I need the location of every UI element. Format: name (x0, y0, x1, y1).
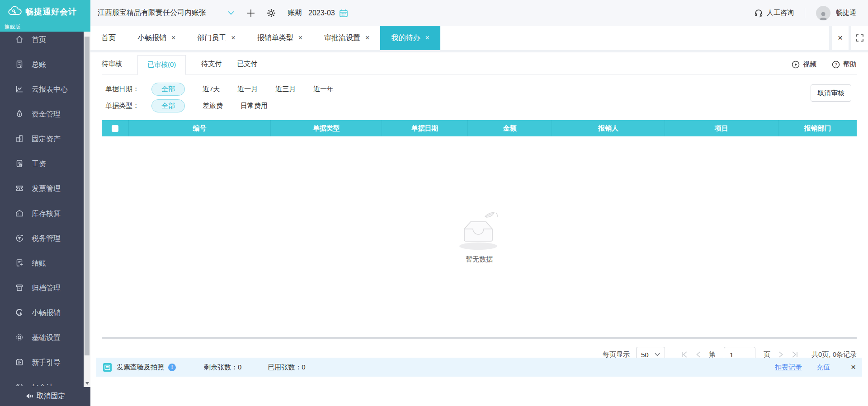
company-selector[interactable]: 江西服宝精品有限责任公司内账张 (98, 8, 234, 18)
filter-date-1m[interactable]: 近一月 (237, 85, 258, 93)
filter-date-7d[interactable]: 近7天 (203, 85, 220, 93)
add-account-icon[interactable] (247, 9, 255, 17)
calendar-icon[interactable] (339, 9, 348, 18)
tab-expense-types[interactable]: 报销单类型 × (246, 26, 313, 50)
sidebar-item-cloud-reports[interactable]: 云报表中心 (0, 77, 90, 102)
sidebar-item-label: 总账 (32, 60, 46, 70)
period-value: 2023-03 (308, 9, 335, 17)
sidebar-item-salary[interactable]: 工资 (0, 152, 90, 177)
column-header-number[interactable]: 编号 (129, 120, 271, 136)
tab-reimburse[interactable]: 小畅报销 × (127, 26, 186, 50)
sidebar-item-label: 发票管理 (32, 184, 61, 194)
cancel-audit-button[interactable]: 取消审核 (811, 84, 851, 102)
filter-date-label: 单据日期： (105, 85, 146, 93)
scrollbar-thumb[interactable] (85, 37, 90, 355)
sidebar-item-guide[interactable]: 新手引导 (0, 350, 90, 375)
column-header-department[interactable]: 报销部门 (778, 120, 857, 136)
recharge-link[interactable]: 充值 (816, 363, 830, 372)
tabbar: 首页 小畅报销 × 部门员工 × 报销单类型 × 审批流设置 × 我的待办 × … (90, 26, 868, 52)
close-all-tabs-button[interactable]: × (832, 26, 849, 50)
sidebar-item-label: 库存核算 (32, 209, 61, 219)
gear-icon[interactable] (267, 9, 276, 18)
sidebar-scrollbar[interactable] (84, 26, 90, 387)
scroll-down-button[interactable] (84, 379, 90, 387)
archive-icon (15, 283, 24, 294)
column-header-amount[interactable]: 金额 (468, 120, 552, 136)
sidebar-item-fixed-assets[interactable]: 固定资产 (0, 127, 90, 152)
remaining-count: 剩余张数：0 (204, 363, 241, 372)
tab-approval-flow[interactable]: 审批流设置 × (313, 26, 380, 50)
sidebar: 首页 总账 云报表中心 资金管理 固定资产 工资 发票管理 库存核算 (0, 26, 90, 406)
table-header: 编号 单据类型 单据日期 金额 报销人 项目 报销部门 (102, 120, 857, 136)
info-icon[interactable]: ! (168, 364, 176, 371)
sidebar-item-inventory[interactable]: 库存核算 (0, 201, 90, 226)
sidebar-item-label: 云报表中心 (32, 85, 68, 94)
subtab-audited[interactable]: 已审核(0) (137, 55, 186, 75)
unpin-sidebar-button[interactable]: 取消固定 (0, 386, 90, 406)
sidebar-item-archive[interactable]: 归档管理 (0, 276, 90, 301)
tax-icon (15, 233, 24, 244)
tab-my-todo[interactable]: 我的待办 × (380, 26, 440, 50)
brand-logo: 畅捷通好会计 旗舰版 (0, 0, 90, 32)
sidebar-item-label: 固定资产 (32, 135, 61, 144)
close-icon[interactable]: × (231, 34, 235, 42)
todo-panel: 待审核 已审核(0) 待支付 已支付 视频 ? 帮助 (90, 52, 868, 404)
topbar: 江西服宝精品有限责任公司内账张 账期 2023-03 (90, 0, 868, 26)
reimburse-icon (15, 308, 24, 319)
filter-type-travel[interactable]: 差旅费 (203, 102, 223, 110)
help-button[interactable]: ? 帮助 (832, 60, 857, 69)
sidebar-item-closing[interactable]: 结账 (0, 251, 90, 276)
period-label: 账期 (288, 8, 302, 18)
close-icon[interactable]: × (425, 34, 429, 42)
subtab-pending-payment[interactable]: 待支付 (201, 60, 222, 75)
tab-label: 我的待办 (391, 33, 420, 43)
filter-type-label: 单据类型： (105, 102, 146, 110)
sidebar-item-tax[interactable]: 税务管理 (0, 226, 90, 251)
tab-label: 部门员工 (197, 33, 226, 43)
sidebar-item-reimburse[interactable]: 小畅报销 (0, 301, 90, 326)
close-icon[interactable]: × (851, 362, 856, 372)
sidebar-item-label: 基础设置 (32, 333, 61, 343)
first-page-icon[interactable] (681, 351, 688, 358)
video-label: 视频 (803, 60, 816, 69)
video-button[interactable]: 视频 (792, 60, 816, 69)
filter-date-1y[interactable]: 近一年 (313, 85, 334, 93)
column-header-doc-type[interactable]: 单据类型 (271, 120, 382, 136)
prev-page-icon[interactable] (696, 351, 701, 358)
sidebar-item-label: 资金管理 (32, 110, 61, 119)
tab-home[interactable]: 首页 (90, 26, 127, 50)
support-button[interactable]: 人工咨询 (754, 9, 794, 18)
fee-records-link[interactable]: 扣费记录 (775, 363, 802, 372)
chevron-down-icon (655, 353, 660, 356)
fullscreen-button[interactable] (851, 26, 868, 50)
settlement-icon (15, 258, 24, 269)
sidebar-item-invoices[interactable]: 发票管理 (0, 177, 90, 201)
select-all-checkbox[interactable] (112, 125, 118, 132)
per-page-value: 50 (641, 351, 649, 359)
column-header-doc-date[interactable]: 单据日期 (382, 120, 468, 136)
invoice-bar-title: 发票查验及拍照 (117, 363, 164, 372)
subtab-paid[interactable]: 已支付 (237, 60, 257, 75)
tab-label: 首页 (101, 33, 116, 43)
next-page-icon[interactable] (778, 351, 783, 358)
close-icon[interactable]: × (298, 34, 302, 42)
tab-department-staff[interactable]: 部门员工 × (186, 26, 246, 50)
help-label: 帮助 (843, 60, 857, 69)
headset-icon (754, 9, 763, 18)
help-icon: ? (832, 61, 840, 69)
subtab-pending-audit[interactable]: 待审核 (102, 60, 122, 75)
sidebar-item-funds[interactable]: 资金管理 (0, 102, 90, 127)
filter-date-3m[interactable]: 近三月 (275, 85, 296, 93)
close-icon[interactable]: × (171, 34, 175, 42)
filter-type-all[interactable]: 全部 (151, 99, 185, 112)
column-header-project[interactable]: 项目 (665, 120, 778, 136)
sidebar-item-general-ledger[interactable]: 总账 (0, 52, 90, 77)
filter-type-daily[interactable]: 日常费用 (241, 102, 268, 110)
sidebar-item-settings[interactable]: 基础设置 (0, 326, 90, 350)
column-header-claimant[interactable]: 报销人 (552, 120, 665, 136)
filter-date-all[interactable]: 全部 (151, 83, 185, 96)
last-page-icon[interactable] (791, 351, 798, 358)
avatar[interactable] (816, 6, 830, 20)
ledger-icon (15, 60, 24, 70)
close-icon[interactable]: × (365, 34, 369, 42)
